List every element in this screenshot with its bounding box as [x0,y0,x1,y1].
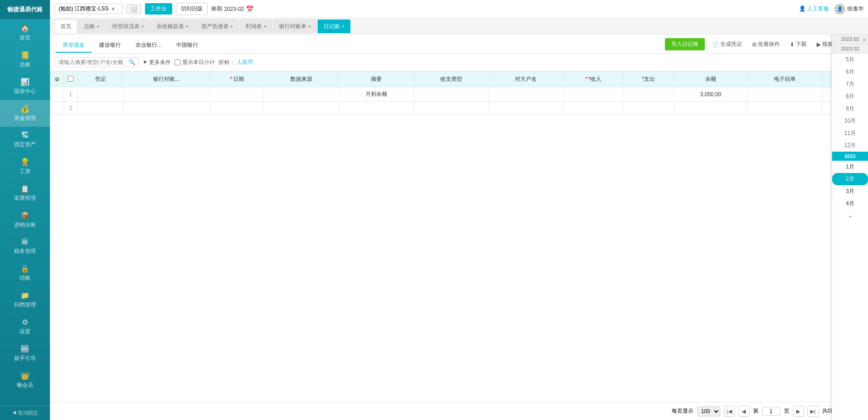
tab-home[interactable]: 首页 [55,20,77,33]
tab-ledger[interactable]: 总账 × [78,20,105,33]
tab-assets[interactable]: 资产负债表 × [195,20,239,33]
row-balance [674,102,747,115]
tax-icon: 🏛 [21,238,29,246]
filter-more-button[interactable]: ▼ 更多条件 [142,59,171,66]
payroll-icon: 👷 [20,158,30,166]
month-11[interactable]: 11月 [832,127,868,139]
month-3[interactable]: 3月 [832,185,868,198]
current-page-input[interactable] [762,407,780,416]
tab-status[interactable]: 经营状况表 × [106,20,150,33]
search-box[interactable]: 🔍 [55,57,139,67]
month-6[interactable]: 6月 [832,66,868,78]
date-panel-close-button[interactable]: × [863,36,866,44]
month-8[interactable]: 8月 [832,90,868,103]
sidebar-item-capital[interactable]: 💰 资金管理 [0,100,50,127]
batch-op-button[interactable]: ⊞ 批量操作 [749,39,783,50]
month-9[interactable]: 9月 [832,103,868,115]
per-page-select[interactable]: 100 50 200 [697,406,720,416]
sidebar-item-label: 报表中心 [14,88,36,95]
last-page-button[interactable]: ▶| [808,406,818,417]
customer-service-button[interactable]: 👤 人工客服 [799,5,829,13]
sidebar-item-archive[interactable]: 📁 归档管理 [0,287,50,313]
sidebar-item-home[interactable]: 🏠 首页 [0,20,50,46]
sub-tab-abc[interactable]: 农业银行... [128,39,169,53]
search-input[interactable] [59,59,127,65]
first-page-button[interactable]: |◀ [724,406,735,417]
sidebar-item-payroll[interactable]: 👷 工资 [0,153,50,180]
sidebar-item-fixed-assets[interactable]: 🏗 固定资产 [0,127,50,153]
col-check[interactable] [64,72,78,87]
row-income-type [414,102,489,115]
tab-profit-close[interactable]: × [264,24,266,29]
currency-value[interactable]: 人民币 [237,59,253,66]
user-info[interactable]: 👤 徐逢华 [834,4,863,15]
generate-voucher-button[interactable]: 📄 生成凭证 [709,39,745,50]
copy-button[interactable]: ⬜ [126,4,141,14]
download-label: 下载 [796,40,807,48]
sub-tab-boc[interactable]: 中国银行 [169,39,205,53]
row-check: 2 [64,102,78,115]
sidebar-item-close-period[interactable]: 🔒 结账 [0,260,50,287]
sidebar-item-label: 畅会员 [17,381,33,389]
fixed-assets-icon: 🏗 [21,131,29,139]
unpin-button[interactable]: ◀ 取消固定 [0,405,50,420]
per-page-label: 每页显示 [672,407,693,415]
scroll-down-arrow[interactable]: ⌄ [832,210,868,221]
col-summary: 摘要 [339,72,414,87]
tab-status-close[interactable]: × [141,24,144,29]
sidebar-item-guide[interactable]: 🆕 新手引导 [0,340,50,367]
show-daily-label[interactable]: 显示本日小计 [175,59,215,66]
generate-voucher-label: 生成凭证 [720,40,742,48]
row-voucher [78,102,123,115]
month-2-active[interactable]: 2月 [832,173,868,185]
sidebar-item-ledger[interactable]: 📒 总账 [0,46,50,73]
period-calendar-icon[interactable]: 📅 [246,5,254,13]
tab-bank[interactable]: 银行对账单 × [273,20,317,33]
tab-receivable[interactable]: 应收账款表 × [151,20,195,33]
diary-table: ⚙ 凭证 银行对账... 日期 数据来源 摘要 收支类型 对方户名 *收入 *支… [50,71,868,115]
next-page-button[interactable]: ▶ [793,406,804,417]
month-5[interactable]: 5月 [832,54,868,66]
sidebar-item-invoice[interactable]: 📋 发票管理 [0,180,50,207]
tab-diary[interactable]: 日记账 × [318,20,350,33]
month-7[interactable]: 7月 [832,78,868,90]
month-12[interactable]: 12月 [832,139,868,152]
switch-version-button[interactable]: 切到旧版 [176,3,208,15]
row-e-bill [748,102,823,115]
col-settings[interactable]: ⚙ [50,72,64,87]
tab-diary-close[interactable]: × [342,24,344,29]
row-settings [50,102,64,115]
table-row: 2 [50,102,868,115]
tab-assets-close[interactable]: × [230,24,233,29]
month-10[interactable]: 10月 [832,115,868,127]
sidebar-item-tax[interactable]: 🏛 税务管理 [0,233,50,260]
company-name: (勉励) 江西赣宝-LSS [59,5,109,13]
sidebar-item-purchase-sales[interactable]: 📦 进销台账 [0,207,50,233]
row-bank-account [123,87,210,102]
import-diary-button[interactable]: 导入日记账 [665,38,705,50]
select-all-checkbox[interactable] [68,76,74,82]
tab-ledger-close[interactable]: × [97,24,100,29]
month-1[interactable]: 1月 [832,161,868,173]
tab-receivable-close[interactable]: × [186,24,189,29]
prev-page-button[interactable]: ◀ [738,406,749,417]
tab-profit[interactable]: 利润表 × [239,20,272,33]
col-income-type: 收支类型 [414,72,489,87]
workbench-button[interactable]: 工作台 [145,3,172,15]
sidebar-item-label: 资金管理 [14,114,36,122]
download-button[interactable]: ⬇ 下载 [787,39,809,50]
row-settings [50,87,64,102]
month-4[interactable]: 4月 [832,198,868,210]
sidebar-item-label: 发票管理 [14,194,36,202]
user-name: 徐逢华 [847,5,863,13]
sidebar-item-settings[interactable]: ⚙ 设置 [0,313,50,340]
sub-tab-cash[interactable]: 库存现金 [55,39,92,53]
tab-bank-close[interactable]: × [308,24,311,29]
sidebar-item-reports[interactable]: 📊 报表中心 [0,73,50,100]
row-voucher [78,87,123,102]
show-daily-checkbox[interactable] [175,59,180,65]
sidebar-item-member[interactable]: 👑 畅会员 [0,367,50,394]
sub-tab-ccb[interactable]: 建设银行 [92,39,128,53]
table-row: 1 月初余额 3,050.00 [50,87,868,102]
company-selector[interactable]: (勉励) 江西赣宝-LSS ▼ [55,4,123,14]
